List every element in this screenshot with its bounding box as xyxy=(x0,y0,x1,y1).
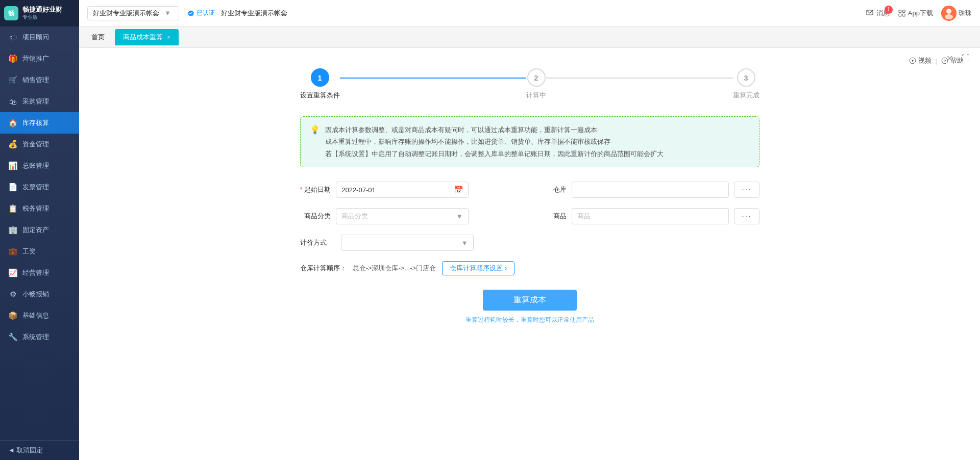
category-select[interactable]: 商品分类 ▼ xyxy=(336,208,469,224)
sidebar-item-invoice[interactable]: 📄 发票管理 xyxy=(0,176,79,198)
project-icon: 🏷 xyxy=(8,33,17,42)
sidebar-item-tax[interactable]: 📋 税务管理 xyxy=(0,198,79,219)
warehouse-label: 仓库 xyxy=(536,185,567,194)
user-profile[interactable]: 珠珠 xyxy=(941,6,972,21)
pricing-arrow-icon: ▼ xyxy=(461,239,468,247)
start-date-input[interactable]: 2022-07-01 📅 xyxy=(336,182,469,198)
warehouse-order-label: 仓库计算顺序： xyxy=(300,264,347,273)
start-date-label: 起始日期 xyxy=(300,185,331,194)
sidebar-item-basic[interactable]: 📦 基础信息 xyxy=(0,305,79,326)
sidebar-item-label-expense: 小畅报销 xyxy=(22,290,49,299)
verified-badge: 已认证 xyxy=(187,9,215,17)
page-content: ✕ ⛶ 视频 | ? 帮助 xyxy=(79,48,980,460)
info-line-1: 因成本计算参数调整、或是对商品成本有疑问时，可以通过成本重算功能，重新计算一遍成… xyxy=(325,124,664,136)
stepper: 1 设置重算条件 2 计算中 3 重算完成 xyxy=(300,68,760,100)
tab-home-label: 首页 xyxy=(91,33,105,42)
video-label: 视频 xyxy=(918,56,932,65)
sidebar-item-label-purchase: 采购管理 xyxy=(22,97,49,106)
svg-rect-3 xyxy=(902,14,905,16)
messages-button[interactable]: 消息 1 xyxy=(865,9,890,18)
account-select[interactable]: 好业财专业版演示帐套 ▼ xyxy=(87,6,179,20)
info-line-3: 若【系统设置】中启用了自动调整记账日期时，会调整入库单的整单记账日期，因此重新计… xyxy=(325,148,664,160)
step-3-number: 3 xyxy=(744,73,748,82)
step-1-label: 设置重算条件 xyxy=(300,91,340,100)
tab-close-button[interactable]: × xyxy=(167,34,170,41)
recalc-button[interactable]: 重算成本 xyxy=(483,290,577,311)
sidebar-item-label-project: 项目顾问 xyxy=(22,33,49,42)
info-icon: 💡 xyxy=(310,125,320,160)
sidebar-item-project[interactable]: 🏷 项目顾问 xyxy=(0,27,79,48)
payroll-icon: 💼 xyxy=(8,247,17,256)
sidebar-item-payroll[interactable]: 💼 工资 xyxy=(0,241,79,262)
pricing-label: 计价方式 xyxy=(300,238,341,247)
expense-icon: ⚙ xyxy=(8,290,17,299)
step-1-number: 1 xyxy=(317,73,322,82)
sidebar-item-accounting[interactable]: 📊 总账管理 xyxy=(0,155,79,176)
sidebar-item-label-system: 系统管理 xyxy=(22,333,49,342)
svg-point-6 xyxy=(945,14,953,19)
pricing-select[interactable]: ▼ xyxy=(341,235,474,251)
sidebar-item-label-inventory: 库存核算 xyxy=(22,118,49,127)
form-row-1: 起始日期 2022-07-01 📅 仓库 ··· xyxy=(300,182,760,198)
step-1-circle: 1 xyxy=(311,68,329,87)
accounting-icon: 📊 xyxy=(8,161,17,170)
product-label: 商品 xyxy=(536,212,567,221)
svg-rect-2 xyxy=(899,14,901,16)
sidebar-item-finance[interactable]: 💰 资金管理 xyxy=(0,134,79,155)
form-item-warehouse: 仓库 ··· xyxy=(536,182,760,198)
system-icon: 🔧 xyxy=(8,333,17,342)
recalc-hint: 重算过程耗时较长，重算时您可以正常使用产品 xyxy=(300,316,760,324)
basic-icon: 📦 xyxy=(8,311,17,320)
sidebar-item-expense[interactable]: ⚙ 小畅报销 xyxy=(0,284,79,305)
notification-badge: 1 xyxy=(885,6,893,14)
tab-home[interactable]: 首页 xyxy=(83,29,113,45)
sidebar-item-system[interactable]: 🔧 系统管理 xyxy=(0,326,79,348)
product-input[interactable]: 商品 xyxy=(572,208,729,224)
sidebar-item-inventory[interactable]: 🏠 库存核算 xyxy=(0,112,79,134)
account-name: 好业财专业版演示帐套 xyxy=(93,9,159,18)
svg-rect-1 xyxy=(902,10,905,13)
help-button[interactable]: ? 帮助 xyxy=(941,56,964,65)
sidebar-item-marketing[interactable]: 🎁 营销推广 xyxy=(0,48,79,69)
step-2-number: 2 xyxy=(534,73,538,82)
video-button[interactable]: 视频 xyxy=(909,56,932,65)
warehouse-ellipsis-button[interactable]: ··· xyxy=(734,182,759,198)
sidebar-item-label-sales: 销售管理 xyxy=(22,75,49,85)
main-content: 好业财专业版演示帐套 ▼ 已认证 好业财专业版演示帐套 消息 1 xyxy=(79,0,980,460)
page-actions: 视频 | ? 帮助 xyxy=(909,56,964,65)
user-name: 珠珠 xyxy=(959,9,972,18)
step-2-circle: 2 xyxy=(527,68,546,87)
sidebar-item-assets[interactable]: 🏢 固定资产 xyxy=(0,219,79,241)
form-row-pricing: 计价方式 ▼ xyxy=(300,235,760,251)
warehouse-input[interactable] xyxy=(572,182,729,198)
step-1: 1 设置重算条件 xyxy=(300,68,340,100)
avatar-image xyxy=(941,6,957,21)
info-line-2: 成本重算过程中，影响库存账的操作均不能操作，比如进货单、销货单、库存单据不能审核… xyxy=(325,136,664,147)
sidebar-item-label-assets: 固定资产 xyxy=(22,225,49,235)
sidebar-header: 畅 畅捷通好业财 专业版 xyxy=(0,0,79,27)
app-download-button[interactable]: App下载 xyxy=(898,9,933,18)
help-label: 帮助 xyxy=(950,56,964,65)
sidebar: 畅 畅捷通好业财 专业版 🏷 项目顾问 🎁 营销推广 🛒 销售管理 🛍 采购管理… xyxy=(0,0,79,460)
sidebar-pin-toggle[interactable]: ◄ 取消固定 xyxy=(0,440,79,460)
step-connector-2-3 xyxy=(546,78,733,79)
calendar-icon[interactable]: 📅 xyxy=(454,186,463,194)
product-ellipsis-button[interactable]: ··· xyxy=(734,208,759,224)
step-2: 2 计算中 xyxy=(526,68,546,100)
sidebar-scroll: 🏷 项目顾问 🎁 营销推广 🛒 销售管理 🛍 采购管理 🏠 库存核算 💰 资金管… xyxy=(0,27,79,440)
sidebar-item-operations[interactable]: 📈 经营管理 xyxy=(0,262,79,284)
tax-icon: 📋 xyxy=(8,204,17,213)
sidebar-item-sales[interactable]: 🛒 销售管理 xyxy=(0,69,79,91)
finance-icon: 💰 xyxy=(8,140,17,149)
info-box: 💡 因成本计算参数调整、或是对商品成本有疑问时，可以通过成本重算功能，重新计算一… xyxy=(300,116,760,167)
tab-cost-recalc[interactable]: 商品成本重算 × xyxy=(115,29,179,45)
svg-rect-0 xyxy=(899,10,901,13)
step-connector-1-2 xyxy=(340,78,527,79)
video-icon xyxy=(909,57,916,64)
warehouse-order-settings-button[interactable]: 仓库计算顺序设置 › xyxy=(442,261,514,275)
sidebar-item-purchase[interactable]: 🛍 采购管理 xyxy=(0,91,79,112)
invoice-icon: 📄 xyxy=(8,183,17,192)
sidebar-item-label-operations: 经营管理 xyxy=(22,268,49,277)
info-text: 因成本计算参数调整、或是对商品成本有疑问时，可以通过成本重算功能，重新计算一遍成… xyxy=(325,124,664,160)
avatar xyxy=(941,6,957,21)
